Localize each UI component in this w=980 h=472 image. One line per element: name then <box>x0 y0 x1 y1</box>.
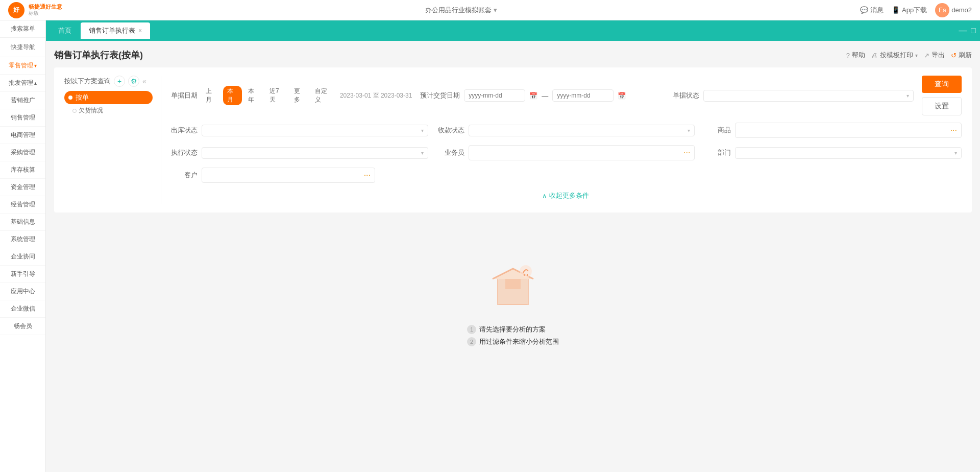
scheme-settings-btn[interactable]: ⚙ <box>128 76 139 87</box>
sidebar-item-wechat-label: 企业微信 <box>11 305 35 312</box>
sidebar-quick-nav[interactable]: 快捷导航 <box>0 38 45 57</box>
customer-dots[interactable]: ··· <box>364 171 371 180</box>
sidebar-search[interactable]: 搜索菜单 <box>0 20 45 38</box>
date-btn-this-year[interactable]: 本年 <box>244 86 263 105</box>
goods-dots[interactable]: ··· <box>950 126 957 135</box>
scheme-add-btn[interactable]: + <box>114 76 125 87</box>
filter-main: 按以下方案查询 + ⚙ « 按单 <box>64 76 962 204</box>
calendar-icon-2[interactable]: 📅 <box>618 92 626 100</box>
goods-input[interactable]: ··· <box>735 123 962 138</box>
sidebar-item-wechat[interactable]: 企业微信 <box>0 300 45 318</box>
user-avatar: Ea <box>935 3 949 17</box>
sidebar-item-member[interactable]: 畅会员 <box>0 318 45 335</box>
date-btn-custom[interactable]: 自定义 <box>311 86 336 105</box>
refresh-btn[interactable]: ↺ 刷新 <box>951 51 972 60</box>
delivery-date-group: 预计交货日期 📅 — 📅 <box>420 89 663 102</box>
sidebar-item-finance[interactable]: 资金管理 <box>0 179 45 196</box>
empty-tips: 1 请先选择要分析的方案 2 用过滤条件来缩小分析范围 <box>467 325 559 349</box>
status-select[interactable]: ▾ <box>703 90 914 102</box>
help-label: 帮助 <box>852 51 865 60</box>
quick-nav-label[interactable]: 快捷导航 <box>0 40 45 55</box>
sidebar-item-operations[interactable]: 经营管理 <box>0 196 45 214</box>
stock-arrow: ▾ <box>421 128 424 133</box>
scheme-sub-item-label: 欠货情况 <box>79 106 103 115</box>
sidebar-item-sales-label: 销售管理 <box>11 114 35 121</box>
sidebar-item-ecommerce-label: 电商管理 <box>11 131 35 138</box>
sidebar-item-operations-label: 经营管理 <box>11 201 35 208</box>
page-actions: ? 帮助 🖨 按模板打印 ▾ ↗ 导出 ↺ <box>846 51 972 60</box>
top-bar-center: 办公用品行业模拟账套 ▾ <box>425 6 497 15</box>
date-btn-last-month[interactable]: 上月 <box>202 86 221 105</box>
sidebar-item-ecommerce[interactable]: 电商管理 <box>0 127 45 144</box>
filter-fields: 单据日期 上月 本月 本年 近7天 更多 自定义 <box>169 76 962 204</box>
sidebar-item-apps[interactable]: 应用中心 <box>0 283 45 300</box>
chevron-up-icon: ▴ <box>34 80 37 86</box>
sidebar-item-system[interactable]: 系统管理 <box>0 231 45 248</box>
help-btn[interactable]: ? 帮助 <box>846 51 865 60</box>
tab-active[interactable]: 销售订单执行表 × <box>81 22 150 39</box>
sidebar-item-basic[interactable]: 基础信息 <box>0 214 45 231</box>
salesman-input[interactable]: ··· <box>469 145 695 160</box>
nav-dropdown-icon[interactable]: ▾ <box>494 6 497 14</box>
app-download-btn[interactable]: 📱 App下载 <box>892 6 927 15</box>
page-header: 销售订单执行表(按单) ? 帮助 🖨 按模板打印 ▾ ↗ <box>54 49 972 61</box>
app-container: 好 畅捷通好生意 标版 办公用品行业模拟账套 ▾ 💬 消息 📱 App下载 Ea… <box>0 0 980 472</box>
collection-status-select[interactable]: ▾ <box>469 125 695 136</box>
sidebar-item-member-label: 畅会员 <box>14 322 32 329</box>
calendar-icon-1[interactable]: 📅 <box>529 92 537 100</box>
customer-input[interactable]: ··· <box>202 168 375 183</box>
tab-close-btn[interactable]: × <box>138 27 142 34</box>
collapse-btn[interactable]: ∧ 收起更多条件 <box>542 191 589 200</box>
scheme-sub-item-shortage[interactable]: 欠货情况 <box>64 104 153 117</box>
sidebar-item-enterprise[interactable]: 企业协同 <box>0 248 45 266</box>
date-btn-7days[interactable]: 近7天 <box>265 86 288 105</box>
sidebar-item-purchase[interactable]: 采购管理 <box>0 144 45 161</box>
dept-select[interactable]: ▾ <box>735 147 962 159</box>
query-panel: 查询 设置 <box>922 76 962 115</box>
settings-icon: ⚙ <box>131 77 137 85</box>
query-btn[interactable]: 查询 <box>922 76 962 93</box>
search-menu-label[interactable]: 搜索菜单 <box>11 25 35 32</box>
collection-status-group: 收款状态 ▾ <box>436 125 695 136</box>
date-separator: — <box>542 92 548 100</box>
dept-group: 部门 ▾ <box>703 147 962 159</box>
exec-status-group: 执行状态 ▾ <box>169 147 428 159</box>
sidebar-item-marketing-label: 营销推广 <box>11 97 35 104</box>
sidebar-item-newbie[interactable]: 新手引导 <box>0 266 45 283</box>
sidebar-item-inventory[interactable]: 库存核算 <box>0 161 45 179</box>
message-btn[interactable]: 💬 消息 <box>860 6 884 15</box>
date-btn-this-month[interactable]: 本月 <box>223 86 242 105</box>
filter-content: 按以下方案查询 + ⚙ « 按单 <box>54 67 972 213</box>
sidebar-item-inventory-label: 库存核算 <box>11 166 35 173</box>
sidebar-item-sales[interactable]: 销售管理 <box>0 109 45 127</box>
page-content: 销售订单执行表(按单) ? 帮助 🖨 按模板打印 ▾ ↗ <box>46 41 980 472</box>
settings-btn[interactable]: 设置 <box>922 97 962 115</box>
tab-maximize-btn[interactable]: □ <box>971 26 976 35</box>
sidebar-item-system-label: 系统管理 <box>11 235 35 243</box>
delivery-date-end[interactable] <box>552 89 614 102</box>
brand-name: 畅捷通好生意 <box>29 4 62 10</box>
sidebar-item-retail[interactable]: 零售管理 ▾ <box>0 57 45 75</box>
user-menu[interactable]: Ea demo2 <box>935 3 972 17</box>
add-icon: + <box>117 77 121 85</box>
stock-status-select[interactable]: ▾ <box>202 125 428 136</box>
app-download-icon: 📱 <box>892 6 900 14</box>
sidebar-item-wholesale-label: 批发管理 <box>9 79 33 87</box>
filter-row-3: 执行状态 ▾ 业务员 <box>169 145 962 160</box>
exec-status-select[interactable]: ▾ <box>202 147 428 159</box>
tab-minimize-btn[interactable]: — <box>959 26 967 35</box>
scheme-item-by-order[interactable]: 按单 <box>64 91 153 104</box>
date-btn-more[interactable]: 更多 <box>290 86 309 105</box>
delivery-date-start[interactable] <box>464 89 525 102</box>
stock-status-group: 出库状态 ▾ <box>169 125 428 136</box>
export-btn[interactable]: ↗ 导出 <box>924 51 945 60</box>
tab-home[interactable]: 首页 <box>50 22 80 39</box>
scheme-collapse-btn[interactable]: « <box>142 77 146 85</box>
salesman-dots[interactable]: ··· <box>683 148 690 157</box>
brand-logo-text: 好 <box>13 6 19 14</box>
top-bar: 好 畅捷通好生意 标版 办公用品行业模拟账套 ▾ 💬 消息 📱 App下载 Ea… <box>0 0 980 20</box>
sidebar-item-wholesale[interactable]: 批发管理 ▴ <box>0 75 45 92</box>
sidebar-item-marketing[interactable]: 营销推广 <box>0 92 45 109</box>
print-label: 按模板打印 <box>880 51 913 60</box>
print-btn[interactable]: 🖨 按模板打印 ▾ <box>871 51 918 60</box>
